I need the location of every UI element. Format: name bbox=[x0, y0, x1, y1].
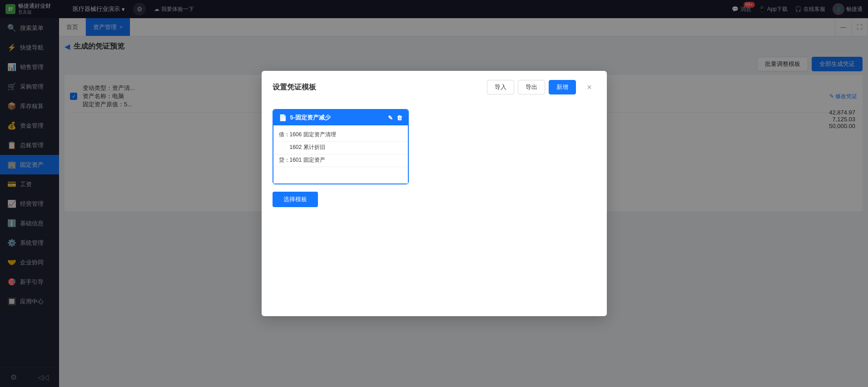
template-entry-2: 1602 累计折旧 bbox=[273, 142, 408, 154]
entry-debit bbox=[361, 131, 382, 139]
select-template-btn-row: 选择模板 bbox=[273, 192, 596, 207]
entry-type: 借：1606 固定资产清理 bbox=[279, 131, 361, 139]
template-card: 📄 5-固定资产减少 ✎ 🗑 借：1606 固定资产清理 1602 累计折旧 bbox=[273, 109, 409, 184]
template-entry-3: 贷：1601 固定资产 bbox=[273, 154, 408, 167]
entry-empty bbox=[279, 169, 361, 178]
entry-type: 1602 累计折旧 bbox=[279, 144, 361, 152]
entry-debit bbox=[361, 156, 382, 165]
template-card-body: 借：1606 固定资产清理 1602 累计折旧 贷：1601 固定资产 bbox=[273, 125, 408, 184]
import-btn[interactable]: 导入 bbox=[487, 80, 514, 94]
template-entry-4 bbox=[273, 167, 408, 180]
set-template-modal: 设置凭证模板 导入 导出 新增 × 📄 5-固定资产减少 ✎ 🗑 bbox=[262, 71, 607, 316]
edit-template-btn[interactable]: ✎ bbox=[388, 114, 393, 121]
modal-body: 📄 5-固定资产减少 ✎ 🗑 借：1606 固定资产清理 1602 累计折旧 bbox=[262, 102, 607, 316]
select-template-btn[interactable]: 选择模板 bbox=[273, 192, 318, 207]
modal-overlay: 设置凭证模板 导入 导出 新增 × 📄 5-固定资产减少 ✎ 🗑 bbox=[0, 0, 868, 387]
template-card-label: 5-固定资产减少 bbox=[290, 114, 331, 122]
template-card-icon: 📄 bbox=[279, 114, 287, 121]
delete-template-btn[interactable]: 🗑 bbox=[397, 114, 402, 121]
modal-header: 设置凭证模板 导入 导出 新增 × bbox=[262, 71, 607, 102]
template-card-header: 📄 5-固定资产减少 ✎ 🗑 bbox=[273, 110, 408, 125]
entry-credit bbox=[382, 131, 402, 139]
template-card-actions: ✎ 🗑 bbox=[388, 114, 402, 121]
entry-type: 贷：1601 固定资产 bbox=[279, 156, 361, 165]
entry-credit bbox=[382, 169, 402, 178]
entry-debit bbox=[361, 169, 382, 178]
entry-credit bbox=[382, 156, 402, 165]
export-btn[interactable]: 导出 bbox=[518, 80, 545, 94]
entry-debit bbox=[361, 144, 382, 152]
new-btn[interactable]: 新增 bbox=[549, 80, 576, 94]
modal-header-btns: 导入 导出 新增 × bbox=[487, 80, 596, 94]
template-entry-1: 借：1606 固定资产清理 bbox=[273, 129, 408, 142]
entry-credit bbox=[382, 144, 402, 152]
modal-title: 设置凭证模板 bbox=[273, 83, 316, 92]
modal-close-btn[interactable]: × bbox=[583, 81, 596, 94]
